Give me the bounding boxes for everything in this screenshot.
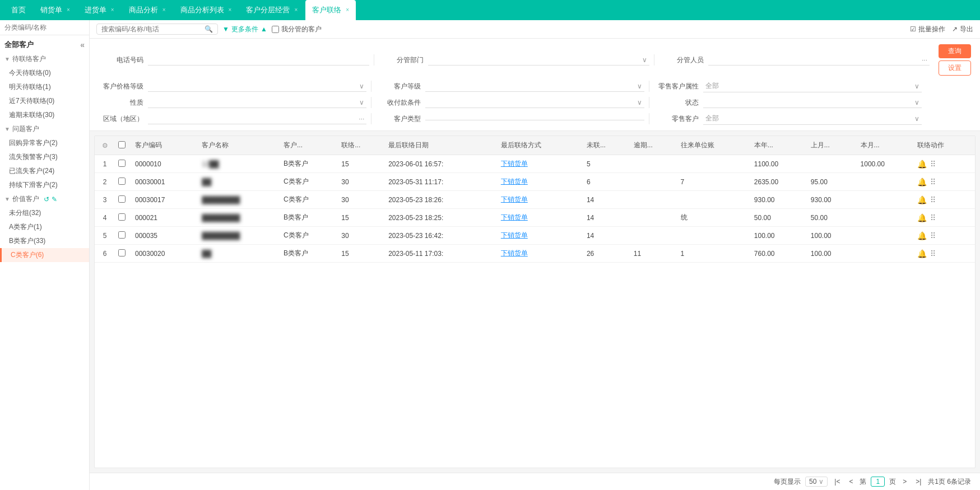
row-type: C类客户 bbox=[280, 227, 338, 245]
my-customers-checkbox-label[interactable]: 我分管的客户 bbox=[272, 25, 322, 34]
filter-status-label: 状态 bbox=[654, 98, 699, 108]
nav-customer-tier[interactable]: 客户分层经营 × bbox=[239, 0, 304, 20]
search-input[interactable] bbox=[101, 25, 202, 33]
close-icon[interactable]: × bbox=[67, 0, 70, 20]
batch-ops-btn[interactable]: ☑ 批量操作 bbox=[910, 25, 945, 34]
row-unlisted: 14 bbox=[583, 191, 630, 209]
nav-product-list[interactable]: 商品分析列表 × bbox=[174, 0, 239, 20]
sidebar-item-tomorrow[interactable]: 明天待联络(1) bbox=[0, 80, 89, 94]
filter-payment-select[interactable]: ∨ bbox=[425, 97, 644, 108]
sidebar-item-today[interactable]: 今天待联络(0) bbox=[0, 66, 89, 80]
row-account: 统 bbox=[677, 209, 751, 227]
row-select-checkbox[interactable] bbox=[118, 178, 126, 185]
sidebar-item-7days[interactable]: 近7天待联络(0) bbox=[0, 94, 89, 108]
collapse-icon[interactable]: « bbox=[80, 40, 85, 49]
last-method-link[interactable]: 下销货单 bbox=[501, 195, 528, 203]
filter-manager-select[interactable]: ··· bbox=[708, 55, 930, 66]
export-btn[interactable]: ↗ 导出 bbox=[952, 25, 973, 34]
last-method-link[interactable]: 下销货单 bbox=[501, 178, 528, 185]
row-code: 00030020 bbox=[132, 245, 198, 263]
my-customers-checkbox[interactable] bbox=[272, 26, 279, 33]
sidebar-item-class-b[interactable]: B类客户(33) bbox=[0, 234, 89, 248]
filter-nature-select[interactable]: ∨ bbox=[148, 97, 366, 108]
last-method-link[interactable]: 下销货单 bbox=[501, 249, 528, 257]
contact-icon[interactable]: 🔔 bbox=[917, 178, 927, 186]
all-customers-header[interactable]: 全部客户 « bbox=[0, 35, 89, 52]
row-select-checkbox[interactable] bbox=[118, 195, 126, 203]
section-pending-contact[interactable]: ▼ 待联络客户 bbox=[0, 52, 89, 66]
close-icon[interactable]: × bbox=[162, 0, 166, 20]
row-action-icons: 🔔 ⠿ bbox=[914, 245, 976, 263]
filter-price-label: 客户价格等级 bbox=[99, 82, 143, 91]
nav-sales[interactable]: 销货单 × bbox=[34, 0, 77, 20]
row-select-checkbox[interactable] bbox=[118, 213, 126, 221]
last-method-link[interactable]: 下销货单 bbox=[501, 213, 528, 221]
more-icon[interactable]: ⠿ bbox=[930, 160, 936, 169]
filter-phone-input[interactable] bbox=[148, 55, 369, 66]
next-page-btn[interactable]: > bbox=[900, 478, 909, 486]
settings-icon[interactable]: ⚙ bbox=[102, 142, 108, 150]
filter-retail-attr-select[interactable]: 全部 ∨ bbox=[703, 80, 922, 92]
sidebar-search-input[interactable] bbox=[4, 24, 89, 31]
sidebar-item-repurchase-anomaly[interactable]: 回购异常客户(2) bbox=[0, 136, 89, 150]
chevron-down-icon: ∨ bbox=[914, 82, 919, 90]
more-icon[interactable]: ⠿ bbox=[930, 178, 936, 186]
filter-customer-type-select[interactable] bbox=[425, 118, 644, 120]
sidebar-item-unclassified[interactable]: 未分组(32) bbox=[0, 206, 89, 220]
page-size-select[interactable]: 50 ∨ bbox=[805, 477, 828, 487]
sidebar-item-class-a[interactable]: A类客户(1) bbox=[0, 220, 89, 234]
nav-customer-contact[interactable]: 客户联络 × bbox=[305, 0, 356, 20]
sidebar-item-overdue[interactable]: 逾期未联络(30) bbox=[0, 108, 89, 122]
filter-retail-customer-select[interactable]: 全部 ∨ bbox=[703, 113, 922, 125]
filter-dept-select[interactable]: ∨ bbox=[428, 55, 649, 66]
nav-product-analysis[interactable]: 商品分析 × bbox=[122, 0, 173, 20]
query-button[interactable]: 查询 bbox=[939, 44, 971, 58]
more-icon[interactable]: ⠿ bbox=[930, 195, 936, 204]
filter-status-select[interactable]: ∨ bbox=[703, 97, 922, 108]
refresh-icon[interactable]: ↺ bbox=[44, 195, 49, 203]
last-method-link[interactable]: 下销货单 bbox=[501, 231, 528, 239]
select-all-checkbox[interactable] bbox=[118, 141, 126, 148]
section-problem-customers[interactable]: ▼ 问题客户 bbox=[0, 122, 89, 136]
filter-manager-label: 分管人员 bbox=[659, 55, 704, 65]
row-select-checkbox[interactable] bbox=[118, 160, 126, 167]
top-nav: 首页 销货单 × 进货单 × 商品分析 × 商品分析列表 × 客户分层经营 × … bbox=[0, 0, 980, 20]
nav-purchase[interactable]: 进货单 × bbox=[78, 0, 121, 20]
last-page-btn[interactable]: >| bbox=[913, 478, 923, 486]
sidebar-item-declining[interactable]: 持续下滑客户(2) bbox=[0, 178, 89, 192]
close-icon[interactable]: × bbox=[346, 0, 349, 20]
row-select-checkbox[interactable] bbox=[118, 231, 126, 239]
sidebar-item-churn-warning[interactable]: 流失预警客户(3) bbox=[0, 150, 89, 164]
contact-icon[interactable]: 🔔 bbox=[917, 195, 927, 204]
contact-icon[interactable]: 🔔 bbox=[917, 160, 927, 169]
prev-page-btn[interactable]: < bbox=[847, 478, 855, 486]
sidebar-item-churned[interactable]: 已流失客户(24) bbox=[0, 164, 89, 178]
filter-area-select[interactable]: ··· bbox=[148, 114, 366, 124]
dots-icon[interactable]: ··· bbox=[922, 56, 927, 64]
close-icon[interactable]: × bbox=[294, 0, 298, 20]
setting-button[interactable]: 设置 bbox=[939, 60, 971, 76]
filter-level-select[interactable]: ∨ bbox=[425, 81, 644, 92]
dots-icon[interactable]: ··· bbox=[359, 115, 364, 123]
search-icon[interactable]: 🔍 bbox=[205, 25, 213, 33]
row-this-month bbox=[857, 209, 914, 227]
contact-icon[interactable]: 🔔 bbox=[917, 249, 927, 258]
row-select-checkbox[interactable] bbox=[118, 249, 126, 256]
filter-price-select[interactable]: ∨ bbox=[148, 81, 366, 92]
edit-icon[interactable]: ✎ bbox=[52, 195, 57, 203]
nav-home[interactable]: 首页 bbox=[4, 0, 32, 20]
sidebar-item-class-c[interactable]: C类客户(6) bbox=[0, 248, 89, 262]
filter-btn[interactable]: ▼ 更多条件 ▲ bbox=[222, 25, 267, 34]
more-icon[interactable]: ⠿ bbox=[930, 231, 936, 240]
section-value-customers[interactable]: ▼ 价值客户 ↺ ✎ bbox=[0, 192, 89, 206]
close-icon[interactable]: × bbox=[111, 0, 114, 20]
filter-area-group: 区域（地区） ··· bbox=[99, 114, 366, 124]
more-icon[interactable]: ⠿ bbox=[930, 213, 936, 222]
first-page-btn[interactable]: |< bbox=[832, 478, 842, 486]
row-last-date: 2023-05-23 18:25: bbox=[385, 209, 498, 227]
contact-icon[interactable]: 🔔 bbox=[917, 213, 927, 222]
close-icon[interactable]: × bbox=[229, 0, 232, 20]
more-icon[interactable]: ⠿ bbox=[930, 249, 936, 258]
last-method-link[interactable]: 下销货单 bbox=[501, 160, 528, 167]
contact-icon[interactable]: 🔔 bbox=[917, 231, 927, 240]
